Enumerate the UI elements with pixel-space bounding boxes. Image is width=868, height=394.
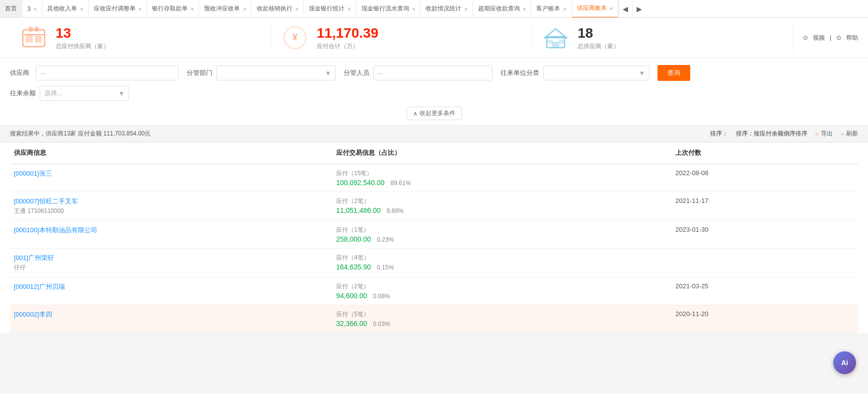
sort-value[interactable]: 排序：按应付余额倒序排序 (736, 130, 807, 138)
nav-prev-arrow[interactable]: ◀ (618, 0, 632, 18)
nav-tab-colstat-close[interactable]: × (464, 6, 467, 12)
nav-tab-bank[interactable]: 银行存取款单 × (147, 0, 199, 18)
help-link[interactable]: 帮助 (846, 34, 858, 42)
export-button[interactable]: ○ 导出 (815, 130, 833, 138)
svg-rect-4 (29, 27, 33, 32)
result-summary-text: 搜索结果中，供应商13家 应付金额 111,703,854.00元 (10, 130, 150, 138)
summary-text-total: 18 总供应商（家） (578, 25, 619, 51)
nav-tab-supplier-label: 供应商账本 (577, 4, 607, 12)
tx-amount-5[interactable]: 32,366.00 (336, 320, 367, 328)
nav-tab-overdue[interactable]: 超期应收款查询 × (473, 0, 531, 18)
nav-tab-prepay[interactable]: 预收冲应收单 × (199, 0, 251, 18)
nav-tab-home[interactable]: 首页 (0, 0, 22, 18)
nav-tab-cashstat[interactable]: 现金银行统计 × (304, 0, 356, 18)
nav-tab-bank-close[interactable]: × (191, 6, 194, 12)
supplier-cell-0: [000001]张三 (10, 164, 332, 192)
table-header: 供应商信息 应付交易信息（占比） 上次付数 (10, 142, 858, 164)
search-button[interactable]: 查询 (657, 65, 690, 81)
total-payable-amount-num: 11,170.39 (317, 25, 379, 42)
video-link[interactable]: 视频 (813, 34, 825, 42)
svg-text:¥: ¥ (292, 32, 297, 42)
nav-tab-customer[interactable]: 客户账本 × (531, 0, 572, 18)
person-input[interactable]: ··· (373, 66, 493, 80)
category-label: 往来单位分类 (501, 68, 539, 77)
nav-tab-supplier-close[interactable]: × (610, 5, 613, 11)
filter-area: 供应商 ··· 分管部门 ▼ 分管人员 ··· 往来单位分类 ▼ (0, 58, 868, 126)
refresh-button[interactable]: ○ 刷新 (841, 130, 858, 138)
nav-tab-cashflow[interactable]: 现金银行流水查询 × (357, 0, 421, 18)
top-right-links: ⊙ 视频 | ⊙ 帮助 (793, 34, 858, 42)
balance-select[interactable]: 选择... ▼ (40, 86, 129, 101)
tx-label-5: 应付（5笔） (336, 310, 667, 319)
supplier-link-3[interactable]: [001]广州荣轩 (14, 254, 54, 262)
top-navigation: 首页 3 × 其他收入单 × 应收应付调整单 × 银行存取款单 × 预收冲应收单… (0, 0, 868, 18)
nav-tab-cashstat-close[interactable]: × (348, 6, 351, 12)
nav-tab-adjust-label: 应收应付调整单 (94, 4, 136, 13)
nav-tab-3-close[interactable]: × (34, 6, 37, 12)
nav-tab-3-label: 3 (27, 5, 31, 12)
filter-row-1: 供应商 ··· 分管部门 ▼ 分管人员 ··· 往来单位分类 ▼ (10, 65, 858, 81)
nav-tab-home-label: 首页 (5, 4, 17, 13)
supplier-cell-4: [000012]广州贝瑞 (10, 277, 332, 305)
collapse-button[interactable]: ∧ 收起更多条件 (407, 107, 462, 120)
filter-balance: 往来余额 选择... ▼ (10, 86, 129, 101)
nav-tab-colstat-label: 收款情况统计 (426, 4, 461, 13)
nav-tab-collection[interactable]: 收款核销执行 × (252, 0, 304, 18)
table-body: [000001]张三应付（15笔）100,092,540.0089.61%202… (10, 164, 858, 333)
total-suppliers-num: 18 (578, 25, 619, 42)
tx-pct-5: 0.03% (373, 321, 390, 328)
filter-category: 往来单位分类 ▼ (501, 66, 650, 80)
table-row: [000001]张三应付（15笔）100,092,540.0089.61%202… (10, 164, 858, 192)
nav-tab-adjust-close[interactable]: × (139, 6, 142, 12)
nav-tab-prepay-close[interactable]: × (243, 6, 246, 12)
collapse-up-icon: ∧ (413, 110, 418, 117)
nav-tab-overdue-close[interactable]: × (523, 6, 526, 12)
supplier-link-1[interactable]: [000007]恒旺二手叉车 (14, 197, 78, 205)
supplier-link-0[interactable]: [000001]张三 (14, 170, 52, 177)
tx-cell-5: 应付（5笔）32,366.000.03% (332, 305, 671, 333)
tx-cell-2: 应付（1笔）258,000.000.23% (332, 221, 671, 249)
nav-tab-3[interactable]: 3 × (22, 0, 42, 18)
nav-next-arrow[interactable]: ▶ (632, 0, 646, 18)
dept-select[interactable]: ▼ (217, 66, 336, 80)
tx-amount-1[interactable]: 11,051,486.00 (336, 206, 381, 214)
supplier-input[interactable]: ··· (36, 66, 179, 80)
lastdate-cell-5: 2020-11-20 (671, 305, 858, 333)
nav-tab-income-close[interactable]: × (80, 6, 83, 12)
filter-row-2: 往来余额 选择... ▼ (10, 86, 858, 101)
table-row: [000002]李四应付（5笔）32,366.000.03%2020-11-20 (10, 305, 858, 333)
summary-bar: 13 总应付供应商（家） ¥ 11,170.39 应付合计（万） (0, 18, 868, 58)
tx-amount-2[interactable]: 258,000.00 (336, 235, 371, 243)
supplier-link-5[interactable]: [000002]李四 (14, 311, 52, 318)
result-bar: 搜索结果中，供应商13家 应付金额 111,703,854.00元 排序： 排序… (0, 126, 868, 142)
tx-amount-0[interactable]: 100,092,540.00 (336, 179, 384, 187)
supplier-icon (20, 24, 48, 52)
tx-pct-2: 0.23% (377, 236, 394, 243)
lastdate-value-2: 2023-01-30 (675, 226, 709, 233)
tx-cell-0: 应付（15笔）100,092,540.0089.61% (332, 164, 671, 192)
supplier-link-4[interactable]: [000012]广州贝瑞 (14, 283, 65, 290)
category-arrow-icon: ▼ (639, 69, 645, 77)
total-payable-amount-label: 应付合计（万） (317, 42, 379, 51)
supplier-cell-3: [001]广州荣轩仔仔 (10, 249, 332, 277)
tx-amount-4[interactable]: 94,600.00 (336, 292, 367, 300)
nav-tab-customer-label: 客户账本 (536, 4, 560, 13)
tx-amount-3[interactable]: 164,635.90 (336, 263, 371, 271)
person-label: 分管人员 (344, 68, 369, 77)
lastdate-value-5: 2020-11-20 (675, 310, 709, 318)
nav-tab-adjust[interactable]: 应收应付调整单 × (89, 0, 147, 18)
svg-rect-12 (559, 40, 564, 44)
result-right-actions: 排序： 排序：按应付余额倒序排序 ○ 导出 ○ 刷新 (710, 130, 859, 138)
nav-tab-collection-close[interactable]: × (295, 6, 298, 12)
supplier-link-2[interactable]: [000100]本特勤油品有限公司 (14, 226, 97, 234)
nav-tab-cashflow-close[interactable]: × (412, 6, 415, 12)
nav-tab-customer-close[interactable]: × (563, 6, 566, 12)
nav-tab-colstat[interactable]: 收款情况统计 × (421, 0, 473, 18)
nav-tab-income[interactable]: 其他收入单 × (42, 0, 88, 18)
total-payable-suppliers-num: 13 (56, 25, 109, 42)
nav-tab-supplier[interactable]: 供应商账本 × (572, 0, 618, 18)
person-input-dots: ··· (378, 69, 383, 77)
category-select[interactable]: ▼ (543, 66, 650, 80)
help-icon: ⊙ (836, 34, 841, 41)
summary-card-suppliers: 13 总应付供应商（家） (10, 24, 271, 52)
